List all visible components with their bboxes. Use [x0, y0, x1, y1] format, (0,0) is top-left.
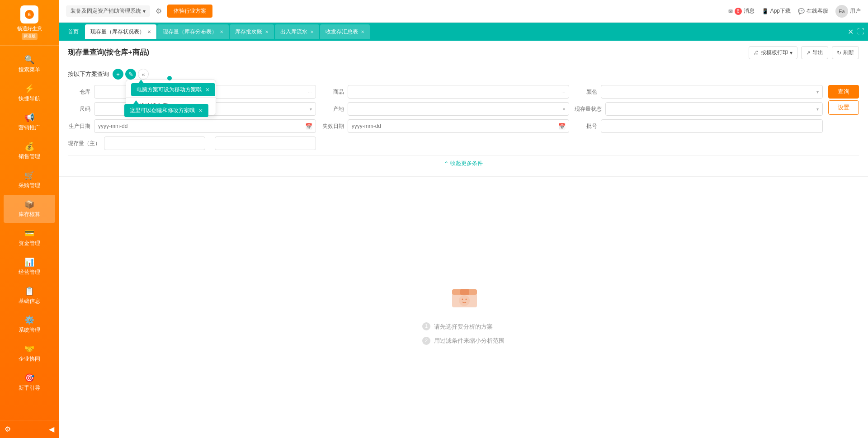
- sidebar-item-system[interactable]: ⚙️ 系统管理: [4, 311, 55, 339]
- filter-origin: 产地 ▾: [321, 102, 570, 116]
- query-button[interactable]: 查询: [828, 85, 859, 99]
- step-2-num: 2: [422, 337, 430, 345]
- sidebar-item-sales[interactable]: 💰 销售管理: [4, 137, 55, 165]
- sidebar-item-basic[interactable]: 📋 基础信息: [4, 282, 55, 310]
- app-logo-icon: 6: [20, 5, 38, 24]
- origin-select[interactable]: ▾: [348, 102, 570, 116]
- tab-inventory-dist[interactable]: 现存量（库存分布表） ✕: [157, 24, 229, 39]
- lightning-icon: ⚡: [24, 84, 34, 94]
- filter-current-qty: 现存量（主） —: [68, 137, 316, 150]
- step-1-num: 1: [422, 322, 430, 330]
- sidebar-item-enterprise[interactable]: 🤝 企业协同: [4, 339, 55, 367]
- phone-icon: 📱: [762, 8, 769, 14]
- online-support-label: 在线客服: [807, 7, 828, 15]
- scheme-tooltip-close[interactable]: ✕: [205, 87, 210, 93]
- app-download-action[interactable]: 📱 App下载: [762, 7, 791, 15]
- edit-scheme-btn[interactable]: ✎: [125, 69, 136, 80]
- tab-inventory-status-close[interactable]: ✕: [147, 29, 151, 34]
- dropdown-arrow-icon: ▾: [143, 8, 146, 14]
- sidebar-bottom: ⚙ ◀: [0, 420, 59, 438]
- current-qty-from[interactable]: [104, 137, 205, 150]
- inventory-status-select-arrow: ▾: [816, 107, 819, 112]
- current-qty-to[interactable]: [215, 137, 316, 150]
- color-select[interactable]: ▾: [601, 85, 823, 99]
- system-name-label: 装备及固定资产辅助管理系统: [71, 7, 141, 15]
- experience-button[interactable]: 体验行业方案: [167, 5, 212, 18]
- refresh-icon: ↻: [837, 50, 841, 56]
- print-template-btn[interactable]: 🖨 按模板打印 ▾: [749, 46, 797, 59]
- system-selector[interactable]: 装备及固定资产辅助管理系统 ▾: [66, 5, 150, 17]
- sidebar-collapse-btn[interactable]: ◀: [49, 425, 54, 433]
- notification-badge: 6: [735, 8, 742, 15]
- online-support-action[interactable]: 💬 在线客服: [798, 7, 828, 15]
- tab-in-out-flow[interactable]: 出入库流水 ✕: [275, 24, 319, 39]
- production-date-input[interactable]: [94, 119, 316, 133]
- message-icon: ✉: [728, 8, 733, 14]
- tab-inventory-status[interactable]: 现存量（库存状况表） ✕: [85, 24, 156, 39]
- page-area: 现存量查询(按仓库+商品) 🖨 按模板打印 ▾ ↗ 导出 ↻ 刷新: [59, 41, 868, 438]
- print-dropdown-icon: ▾: [790, 50, 793, 56]
- sidebar-item-finance-label: 资金管理: [19, 240, 40, 247]
- export-btn[interactable]: ↗ 导出: [801, 46, 828, 59]
- sidebar-item-quick[interactable]: ⚡ 快捷导航: [4, 79, 55, 107]
- inventory-status-label: 现存量状态: [575, 105, 602, 113]
- tab-batch-accounts-close[interactable]: ✕: [265, 29, 269, 34]
- collapse-conditions-btn[interactable]: ⌃ 收起更多条件: [68, 155, 859, 171]
- expiry-date-input[interactable]: [348, 119, 570, 133]
- tab-collect-summary[interactable]: 收发存汇总表 ✕: [320, 24, 370, 39]
- notifications-action[interactable]: ✉ 6 消息: [728, 7, 755, 15]
- sidebar-item-inventory[interactable]: 📦 库存核算: [4, 195, 55, 223]
- filter-production-date: 生产日期 📅: [68, 119, 316, 133]
- tab-in-out-flow-close[interactable]: ✕: [310, 29, 314, 34]
- tab-bar-close-btn[interactable]: ✕: [848, 28, 854, 36]
- edit-tooltip-close[interactable]: ✕: [198, 108, 203, 114]
- support-icon: 💬: [798, 8, 805, 14]
- filter-row-4: 现存量（主） —: [68, 137, 823, 150]
- color-select-arrow: ▾: [816, 89, 819, 94]
- tab-home[interactable]: 首页: [62, 24, 84, 39]
- sidebar-item-inventory-label: 库存核算: [19, 211, 40, 218]
- origin-label: 产地: [321, 105, 344, 113]
- filter-area: 按以下方案查询 + ✎ « 电: [59, 63, 868, 177]
- tab-inventory-dist-close[interactable]: ✕: [220, 29, 223, 34]
- sidebar-item-search-label: 搜索菜单: [19, 66, 40, 74]
- svg-point-5: [459, 295, 470, 306]
- settings-icon[interactable]: ⚙: [156, 7, 162, 15]
- production-date-label: 生产日期: [68, 122, 90, 130]
- product-select-arrow: ···: [561, 89, 565, 94]
- tab-bar-maximize-btn[interactable]: ⛶: [857, 28, 864, 36]
- sidebar-item-finance[interactable]: 💳 资金管理: [4, 224, 55, 252]
- calendar-icon: 📅: [305, 123, 312, 130]
- batch-no-input[interactable]: [601, 119, 823, 133]
- tab-collect-summary-close[interactable]: ✕: [361, 29, 364, 34]
- sidebar-item-system-label: 系统管理: [19, 326, 40, 334]
- sidebar-item-search[interactable]: 🔍 搜索菜单: [4, 50, 55, 78]
- product-select[interactable]: ···: [348, 85, 570, 99]
- search-icon: 🔍: [24, 55, 34, 65]
- tab-in-out-flow-label: 出入库流水: [280, 28, 307, 36]
- color-label: 颜色: [575, 88, 597, 96]
- reset-button[interactable]: 设置: [828, 100, 859, 115]
- filter-label: 按以下方案查询: [68, 70, 109, 78]
- add-scheme-btn[interactable]: +: [113, 69, 123, 80]
- arrow-scheme-btn[interactable]: «: [138, 69, 149, 80]
- user-action[interactable]: Ea 用户: [835, 5, 861, 18]
- inventory-status-select[interactable]: ▾: [605, 102, 823, 116]
- empty-step-1: 1 请先选择要分析的方案: [422, 321, 505, 332]
- sidebar-item-marketing[interactable]: 📢 营销推广: [4, 108, 55, 136]
- empty-illustration: [441, 269, 486, 314]
- system-icon: ⚙️: [24, 315, 34, 325]
- refresh-btn[interactable]: ↻ 刷新: [832, 46, 859, 59]
- sidebar-item-guide[interactable]: 🎯 新手引导: [4, 368, 55, 396]
- sidebar-item-operations[interactable]: 📊 经营管理: [4, 253, 55, 281]
- filter-header: 按以下方案查询 + ✎ «: [68, 69, 859, 80]
- basic-icon: 📋: [24, 286, 34, 296]
- sidebar-item-purchase[interactable]: 🛒 采购管理: [4, 166, 55, 194]
- tab-batch-accounts[interactable]: 库存批次账 ✕: [230, 24, 274, 39]
- empty-state: 1 请先选择要分析的方案 2 用过滤条件来缩小分析范围: [59, 177, 868, 438]
- sidebar-settings-btn[interactable]: ⚙: [5, 425, 11, 433]
- app-download-label: App下载: [770, 7, 791, 15]
- tab-inventory-status-label: 现存量（库存状况表）: [90, 28, 145, 36]
- edit-tooltip-box: 这里可以创建和修改方案哦 ✕: [124, 104, 208, 117]
- filter-row-3: 生产日期 📅 失效日期 📅: [68, 119, 823, 133]
